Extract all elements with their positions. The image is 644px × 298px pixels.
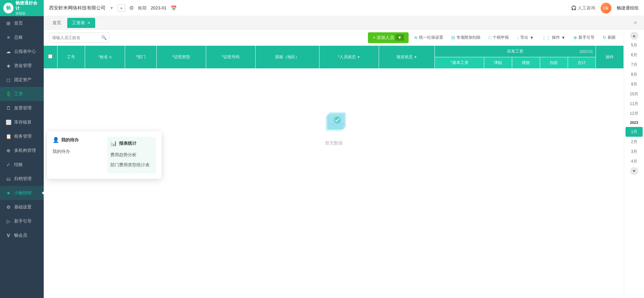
sidebar-item-cloud-report[interactable]: ☁ 云报表中心: [0, 44, 44, 59]
month-item-7[interactable]: 7月: [624, 60, 644, 70]
month-item-11[interactable]: 11月: [624, 99, 644, 109]
new-guide-button[interactable]: ⊕ 新手引导: [571, 33, 597, 42]
actions-button[interactable]: ⋮⋮ 操作 ▼: [539, 33, 568, 42]
sidebar-item-home[interactable]: ⊞ 首页: [0, 16, 44, 30]
export-dropdown-icon: ▼: [530, 35, 534, 40]
th-report-status: 报送状态 ▼: [379, 46, 435, 68]
empty-icon: [320, 109, 347, 136]
tax-icon: 📋: [5, 133, 11, 139]
calendar-icon[interactable]: 📅: [171, 5, 177, 11]
month-item-12[interactable]: 12月: [624, 109, 644, 119]
status-filter-icon[interactable]: ▼: [357, 55, 360, 59]
sidebar-item-fund[interactable]: ◈ 资金管理: [0, 59, 44, 73]
sidebar-item-label: 结账: [14, 162, 23, 168]
th-id-type: *证照类型: [156, 46, 206, 68]
sidebar-item-settle[interactable]: ✓ 结账: [0, 158, 44, 172]
popup-report-title: 📊 报表统计: [110, 140, 153, 146]
user-name[interactable]: 畅捷通组组: [617, 5, 639, 11]
th-allowance: 津贴: [484, 57, 512, 69]
company-name: 西安虾米网络科技有限公司: [49, 5, 106, 11]
month-item-2[interactable]: 2月: [624, 137, 644, 147]
member-icon: V: [5, 232, 11, 238]
settings-icon: ⚙: [5, 204, 11, 210]
sidebar-item-salary[interactable]: 💲 工资: [0, 87, 44, 101]
refresh-label: 刷新: [608, 35, 616, 40]
sidebar-item-archive[interactable]: 🗂 归档管理: [0, 172, 44, 186]
month-item-1-current[interactable]: 1月: [626, 127, 643, 137]
popup-todo-title: 👤 我的待办: [52, 137, 102, 143]
support-button[interactable]: 🎧 人工咨询: [571, 5, 595, 11]
sidebar: 畅 畅捷通好会计 旗舰版 ⊞ 首页 ≡ 总账 ☁ 云报表中心 ◈ 资金管理 ◻ …: [0, 0, 44, 298]
popup-todo-item-1[interactable]: 我的待办: [52, 146, 102, 157]
actions-dropdown-icon: ▼: [561, 35, 565, 40]
export-label: 导出: [520, 35, 528, 40]
month-item-3[interactable]: 3月: [624, 147, 644, 157]
svg-rect-4: [330, 123, 345, 124]
sidebar-item-tax[interactable]: 📋 税务管理: [0, 129, 44, 143]
tab-close-icon[interactable]: ✕: [87, 21, 90, 25]
period-label: 账期: [138, 5, 147, 11]
search-input[interactable]: [52, 35, 99, 40]
refresh-icon: ↻: [603, 35, 606, 40]
sidebar-item-label: 首页: [14, 20, 23, 26]
popup-todo-label: 我的待办: [61, 137, 79, 143]
tab-home[interactable]: 首页: [48, 18, 66, 28]
search-box[interactable]: 🔍: [49, 33, 110, 43]
export-button[interactable]: ↓ 导出 ▼: [514, 33, 536, 42]
popup-section-report: 📊 报表统计 费用趋势分析 部门费用类型统计表: [107, 137, 156, 173]
archive-icon: 🗂: [5, 176, 11, 182]
app-logo: 畅 畅捷通好会计 旗舰版: [0, 0, 44, 16]
support-label: 人工咨询: [578, 5, 595, 11]
special-deduction-button[interactable]: ⊟ 专项附加扣除: [449, 33, 483, 42]
sidebar-item-xiaochang[interactable]: ● 小畅报销: [0, 186, 44, 200]
sidebar-item-invoice[interactable]: 🗒 发票管理: [0, 101, 44, 115]
sidebar-item-ledger[interactable]: ≡ 总账: [0, 30, 44, 44]
month-item-8[interactable]: 8月: [624, 70, 644, 79]
tab-salary[interactable]: 工资表 ✕: [67, 18, 95, 28]
report-icon: 📊: [110, 140, 117, 146]
refresh-button[interactable]: ↻ 刷新: [600, 33, 618, 42]
sidebar-item-fixed-asset[interactable]: ◻ 固定资产: [0, 73, 44, 87]
sidebar-item-label: 新手引导: [14, 218, 32, 224]
th-nationality: 国籍（地区）: [255, 46, 319, 68]
report-filter-icon[interactable]: ▼: [414, 55, 417, 59]
month-item-10[interactable]: 10月: [624, 89, 644, 99]
select-all-checkbox[interactable]: [48, 54, 52, 59]
sidebar-item-basic-settings[interactable]: ⚙ 基础设置: [0, 200, 44, 214]
month-item-6[interactable]: 6月: [624, 50, 644, 60]
sidebar-item-multi-org[interactable]: ⊕ 多机构管理: [0, 143, 44, 158]
th-id-number: *证照号码: [206, 46, 255, 68]
user-avatar: CE: [601, 3, 611, 13]
add-person-dropdown-icon[interactable]: ▼: [395, 34, 404, 41]
sidebar-item-label: 多机构管理: [14, 147, 36, 154]
month-down-button[interactable]: ▼: [630, 167, 638, 175]
social-insurance-button[interactable]: ≋ 统一社保设置: [411, 33, 446, 42]
sidebar-item-label: 库存核算: [14, 119, 32, 125]
sidebar-item-label: 基础设置: [14, 204, 32, 210]
month-item-9[interactable]: 9月: [624, 79, 644, 89]
month-item-5[interactable]: 5月: [624, 40, 644, 50]
add-icon: +: [373, 35, 375, 40]
month-item-4[interactable]: 4月: [624, 157, 644, 166]
popup-report-item-1[interactable]: 费用趋势分析: [110, 150, 153, 160]
close-panel-button[interactable]: ✕: [631, 20, 640, 25]
period-indicator: 2023.01: [579, 49, 593, 54]
search-icon[interactable]: 🔍: [101, 35, 107, 40]
add-company-button[interactable]: +: [118, 4, 125, 12]
year-label-2023: 2023: [624, 119, 644, 127]
select-all-th[interactable]: [44, 46, 57, 68]
company-dropdown-icon[interactable]: ▼: [110, 6, 114, 10]
guide-icon: ⊕: [573, 35, 577, 40]
add-person-button[interactable]: + 添加人员 ▼: [368, 32, 408, 43]
sidebar-item-new-guide[interactable]: ▷ 新手引导: [0, 214, 44, 228]
sidebar-item-member[interactable]: V 畅会员: [0, 228, 44, 242]
tax-report-button[interactable]: □ 个税申报: [486, 33, 512, 42]
popup-section-todo: 👤 我的待办 我的待办: [52, 137, 102, 173]
company-settings-button[interactable]: ⚙: [129, 5, 134, 11]
th-performance: 绩效: [512, 57, 540, 69]
name-sort-icon[interactable]: ⇅: [109, 55, 112, 59]
popup-report-item-2[interactable]: 部门费用类型统计表: [110, 160, 153, 170]
sidebar-item-inventory[interactable]: ⬜ 库存核算: [0, 115, 44, 129]
guide-icon: ▷: [5, 218, 11, 224]
month-up-button[interactable]: ▲: [630, 32, 638, 40]
